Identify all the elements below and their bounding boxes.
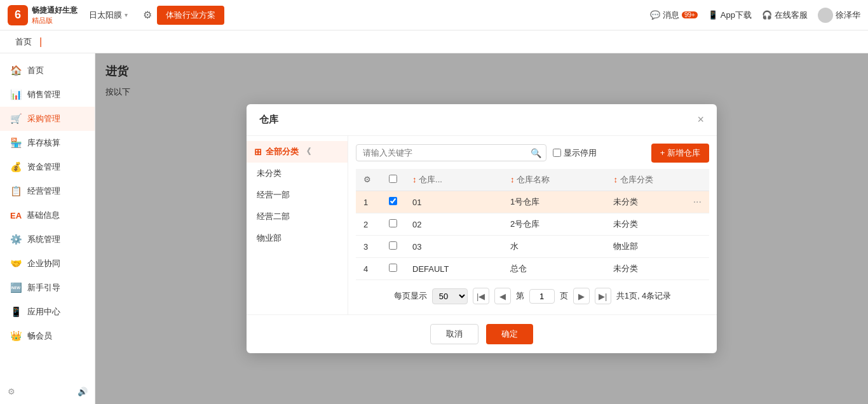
sidebar-item-system[interactable]: ⚙️ 系统管理: [0, 227, 95, 252]
sidebar-item-inventory[interactable]: 🏪 库存核算: [0, 131, 95, 155]
confirm-button[interactable]: 确定: [486, 324, 533, 344]
per-page-select[interactable]: 50 100 200: [432, 288, 468, 304]
logo-text: 畅捷通好生意 精品版: [32, 5, 78, 25]
collapse-icon[interactable]: 《: [302, 146, 311, 158]
app-download-item[interactable]: 📱 App下载: [708, 10, 752, 21]
sidebar-item-finance[interactable]: 💰 资金管理: [0, 155, 95, 179]
sidebar: 🏠 首页 📊 销售管理 🛒 采购管理 🏪 库存核算 💰 资金管理 📋 经营管理 …: [0, 53, 95, 404]
finance-icon: 💰: [10, 161, 22, 173]
show-disabled-checkbox[interactable]: [553, 149, 561, 157]
phone-icon: 📱: [708, 10, 718, 20]
page-suffix-label: 页: [560, 290, 568, 302]
settings-icon[interactable]: ⚙: [143, 9, 152, 21]
nav-right: 💬 消息 99+ 📱 App下载 🎧 在线客服 徐泽华: [650, 8, 860, 23]
operations-icon: 📋: [10, 185, 22, 197]
sidebar-label-inventory: 库存核算: [27, 137, 60, 149]
sidebar-item-enterprise[interactable]: 🤝 企业协同: [0, 252, 95, 276]
store-name: 日太阳膜: [89, 10, 122, 21]
table-row[interactable]: 1 01 1号仓库 未分类···: [356, 191, 709, 213]
sidebar-item-sales[interactable]: 📊 销售管理: [0, 83, 95, 107]
category-item-dept2[interactable]: 经营二部: [247, 206, 348, 227]
row-code: DEFAULT: [405, 258, 503, 280]
row-code: 03: [405, 236, 503, 258]
row-checkbox[interactable]: [389, 219, 397, 227]
sidebar-item-member[interactable]: 👑 畅会员: [0, 324, 95, 348]
row-code: 02: [405, 213, 503, 236]
row-checkbox-cell: [381, 236, 405, 258]
settings-bottom-icon[interactable]: ⚙: [8, 387, 15, 396]
next-page-btn[interactable]: ▶: [573, 288, 590, 304]
dialog-close-button[interactable]: ×: [697, 113, 704, 126]
sort-icon: ↕: [412, 175, 417, 184]
row-num: 1: [356, 191, 381, 213]
avatar: [818, 8, 833, 23]
prev-page-btn[interactable]: ◀: [494, 288, 511, 304]
message-icon: 💬: [650, 10, 660, 20]
row-category: 物业部···: [606, 236, 709, 258]
online-service-label: 在线客服: [775, 10, 808, 21]
store-selector[interactable]: 日太阳膜 ▾: [84, 7, 133, 24]
page-prefix-label: 第: [516, 290, 524, 302]
table-toolbar: 🔍 显示停用 + 新增仓库: [356, 144, 709, 163]
sidebar-label-guide: 新手引导: [27, 282, 60, 293]
first-page-btn[interactable]: |◀: [473, 288, 489, 304]
teal-bar-indicator: |: [39, 36, 42, 48]
sidebar-item-guide[interactable]: 🆕 新手引导: [0, 276, 95, 300]
col-gear: ⚙: [356, 169, 381, 191]
cancel-button[interactable]: 取消: [430, 324, 478, 344]
sidebar-item-purchase[interactable]: 🛒 采购管理: [0, 107, 95, 131]
category-item-property[interactable]: 物业部: [247, 227, 348, 249]
dialog-title: 仓库: [259, 114, 278, 126]
sidebar-label-sales: 销售管理: [27, 89, 60, 100]
category-item-dept1[interactable]: 经营一部: [247, 184, 348, 206]
purchase-icon: 🛒: [10, 113, 22, 125]
sidebar-item-home[interactable]: 🏠 首页: [0, 58, 95, 83]
table-row[interactable]: 4 DEFAULT 总仓 未分类···: [356, 258, 709, 280]
col-code: ↕ 仓库...: [405, 169, 503, 191]
category-item-unclassified[interactable]: 未分类: [247, 163, 348, 184]
last-page-btn[interactable]: ▶|: [595, 288, 611, 304]
speaker-icon[interactable]: 🔊: [78, 387, 88, 396]
guide-icon: 🆕: [10, 282, 22, 293]
warehouse-table: ⚙ ↕ 仓库... ↕ 仓库名称: [356, 169, 709, 281]
row-checkbox[interactable]: [389, 197, 397, 205]
row-checkbox[interactable]: [389, 241, 397, 250]
user-item[interactable]: 徐泽华: [818, 8, 860, 23]
online-service-item[interactable]: 🎧 在线客服: [762, 10, 808, 21]
sidebar-label-home: 首页: [27, 65, 44, 76]
sales-icon: 📊: [10, 89, 22, 100]
sidebar-label-finance: 资金管理: [27, 161, 60, 173]
row-name: 1号仓库: [503, 191, 606, 213]
row-more-icon[interactable]: ···: [693, 196, 702, 208]
search-input[interactable]: [356, 144, 546, 161]
logo-line2: 精品版: [32, 16, 78, 25]
enterprise-icon: 🤝: [10, 258, 22, 269]
col-checkbox: [381, 169, 405, 191]
row-checkbox-cell: [381, 258, 405, 280]
sidebar-item-basicinfo[interactable]: EA 基础信息: [0, 203, 95, 227]
sidebar-item-operations[interactable]: 📋 经营管理: [0, 179, 95, 203]
basicinfo-icon: EA: [10, 211, 22, 220]
search-icon[interactable]: 🔍: [531, 148, 541, 158]
chevron-down-icon: ▾: [125, 11, 128, 18]
trial-button[interactable]: 体验行业方案: [157, 6, 224, 25]
table-row[interactable]: 3 03 水 物业部···: [356, 236, 709, 258]
current-page-input[interactable]: [529, 289, 555, 304]
row-num: 3: [356, 236, 381, 258]
warehouse-dialog: 仓库 × ⊞ 全部分类 《 未分类 经营一部 经营二部: [247, 104, 717, 354]
pagination: 每页显示 50 100 200 |◀ ◀ 第 页 ▶: [356, 280, 709, 307]
sidebar-item-appcenter[interactable]: 📱 应用中心: [0, 300, 95, 324]
select-all-checkbox[interactable]: [389, 175, 397, 183]
table-scroll: ⚙ ↕ 仓库... ↕ 仓库名称: [356, 169, 709, 281]
subnav-home[interactable]: 首页: [10, 34, 37, 50]
row-checkbox[interactable]: [389, 264, 397, 272]
logo: 6 畅捷通好生意 精品版: [8, 5, 84, 25]
headset-icon: 🎧: [762, 10, 772, 20]
add-warehouse-button[interactable]: + 新增仓库: [651, 144, 709, 163]
table-header-row: ⚙ ↕ 仓库... ↕ 仓库名称: [356, 169, 709, 191]
message-item[interactable]: 💬 消息 99+: [650, 10, 698, 21]
table-row[interactable]: 2 02 2号仓库 未分类···: [356, 213, 709, 236]
search-wrap: 🔍: [356, 144, 546, 161]
category-all[interactable]: ⊞ 全部分类 《: [247, 141, 348, 163]
show-disabled-label[interactable]: 显示停用: [553, 147, 597, 159]
